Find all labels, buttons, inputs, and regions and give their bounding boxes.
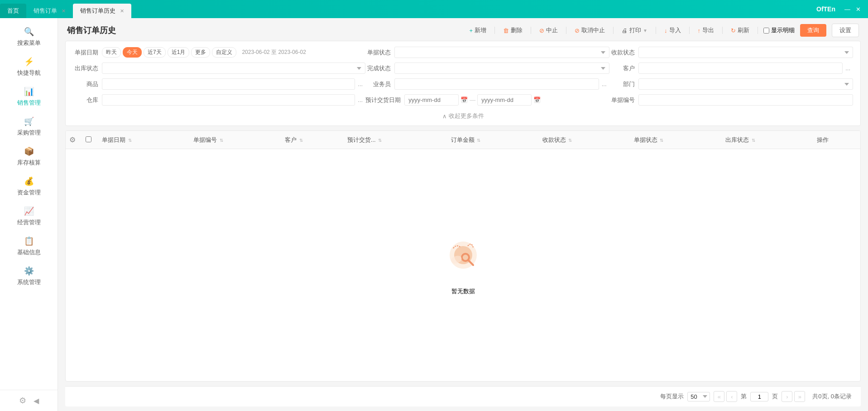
warehouse-label: 仓库 (73, 96, 102, 104)
warehouse-status-select[interactable] (102, 63, 365, 74)
page-nav: « ‹ 第 页 › » (714, 391, 805, 402)
show-detail-wrap: 显示明细 (763, 26, 795, 34)
export-label: 导出 (702, 26, 714, 34)
goods-input[interactable] (102, 78, 355, 90)
filter-bill-status: 单据状态 (365, 47, 609, 58)
salesperson-dots[interactable]: ... (599, 81, 609, 87)
cancel-stop-label: 取消中止 (581, 26, 605, 34)
sidebar-collapse-icon[interactable]: ◀ (34, 396, 39, 405)
divider-1 (494, 27, 495, 34)
toolbar: + 新增 🗑 删除 ⊘ 中止 ⊘ 取消中止 (467, 24, 859, 37)
tab-sales-order-history[interactable]: 销售订单历史 ✕ (73, 4, 131, 18)
col-order-amount: 订单金额 ⇅ (447, 131, 539, 149)
customer-input[interactable] (638, 63, 843, 74)
sort-payment-status-icon[interactable]: ⇅ (568, 138, 572, 143)
bill-status-label: 单据状态 (365, 48, 394, 57)
sidebar-item-quick-nav-label: 快捷导航 (17, 69, 41, 77)
dept-select[interactable] (638, 78, 853, 90)
warehouse-dots[interactable]: ... (355, 97, 365, 103)
table-settings-icon[interactable]: ⚙ (69, 136, 76, 144)
sort-expected-delivery-icon[interactable]: ⇅ (378, 138, 382, 143)
tab-sales-order-close[interactable]: ✕ (62, 8, 66, 14)
sidebar-item-search-menu[interactable]: 🔍 搜索菜单 (0, 22, 58, 52)
goods-dots[interactable]: ... (355, 81, 365, 87)
complete-status-select[interactable] (394, 63, 609, 74)
delete-label: 删除 (511, 26, 523, 34)
per-page-select[interactable]: 10 20 50 100 (687, 392, 710, 401)
sidebar-item-capital-mgmt[interactable]: 💰 资金管理 (0, 171, 58, 201)
prev-page-btn[interactable]: ‹ (726, 391, 737, 402)
filter-delivery-date: 预计交货日期 📅 — 📅 (365, 94, 609, 106)
sort-order-amount-icon[interactable]: ⇅ (477, 138, 480, 143)
refresh-button[interactable]: ↻ 刷新 (728, 24, 752, 36)
warehouse-input[interactable] (102, 94, 355, 106)
date-btn-more[interactable]: 更多 (191, 47, 210, 58)
content-area: 销售订单历史 + 新增 🗑 删除 ⊘ 中止 ⊘ (58, 18, 868, 411)
sidebar-item-system-mgmt[interactable]: ⚙️ 系统管理 (0, 261, 58, 291)
sidebar-item-basic-info[interactable]: 📋 基础信息 (0, 231, 58, 261)
select-all-checkbox[interactable] (86, 136, 91, 142)
delivery-date-start[interactable] (404, 94, 459, 106)
customer-dots[interactable]: ... (843, 65, 853, 72)
tab-sales-order-label: 销售订单 (34, 7, 57, 15)
col-payment-status-label: 收款状态 (542, 136, 566, 143)
next-page-btn[interactable]: › (782, 391, 792, 402)
sidebar-item-quick-nav[interactable]: ⚡ 快捷导航 (0, 52, 58, 82)
date-btn-7days[interactable]: 近7天 (144, 47, 166, 58)
show-detail-checkbox[interactable] (763, 28, 769, 34)
sort-customer-icon[interactable]: ⇅ (299, 138, 303, 143)
first-page-btn[interactable]: « (714, 391, 724, 402)
bill-no-input[interactable] (638, 94, 853, 106)
export-button[interactable]: ↑ 导出 (695, 24, 717, 36)
sort-warehouse-status-icon[interactable]: ⇅ (752, 138, 755, 143)
import-button[interactable]: ↓ 导入 (662, 24, 684, 36)
pagination-bar: 每页显示 10 20 50 100 « ‹ 第 页 › » 共0页, 0条记录 (65, 386, 861, 406)
query-button[interactable]: 查询 (800, 24, 826, 37)
export-icon: ↑ (698, 27, 701, 34)
date-btn-today[interactable]: 今天 (123, 47, 142, 58)
new-button[interactable]: + 新增 (467, 24, 489, 36)
date-btn-custom[interactable]: 自定义 (212, 47, 236, 58)
cancel-stop-button[interactable]: ⊘ 取消中止 (572, 24, 608, 36)
show-detail-label: 显示明细 (771, 26, 795, 34)
search-menu-icon: 🔍 (24, 26, 34, 37)
sidebar-item-sales-mgmt[interactable]: 📊 销售管理 (0, 82, 58, 111)
print-button[interactable]: 🖨 打印 ▼ (619, 24, 650, 36)
col-warehouse-status: 出库状态 ⇅ (722, 131, 813, 149)
filter-complete-status: 完成状态 (365, 63, 609, 74)
tab-home[interactable]: 首页 (0, 4, 26, 18)
collapse-label: 收起更多条件 (449, 112, 484, 120)
stop-button[interactable]: ⊘ 中止 (537, 24, 561, 36)
sort-bill-status-icon[interactable]: ⇅ (660, 138, 663, 143)
sidebar-item-operations-mgmt[interactable]: 📈 经营管理 (0, 201, 58, 231)
sidebar-item-purchase-mgmt[interactable]: 🛒 采购管理 (0, 111, 58, 141)
calendar-start-icon[interactable]: 📅 (460, 97, 468, 103)
last-page-btn[interactable]: » (794, 391, 805, 402)
sort-bill-no-icon[interactable]: ⇅ (220, 138, 223, 143)
delivery-date-end[interactable] (477, 94, 532, 106)
chevron-up-icon: ∧ (442, 113, 447, 120)
salesperson-input[interactable] (394, 78, 599, 90)
sidebar-settings-icon[interactable]: ⚙ (19, 396, 26, 406)
close-btn[interactable]: ✕ (856, 6, 861, 13)
delete-button[interactable]: 🗑 删除 (500, 24, 525, 36)
col-order-amount-label: 订单金额 (451, 136, 475, 143)
settings-label: 设置 (839, 27, 851, 34)
sort-bill-date-icon[interactable]: ⇅ (128, 138, 132, 143)
top-bar-right: OfTEn — ✕ (809, 5, 868, 13)
page-input[interactable] (750, 392, 768, 401)
bill-status-select[interactable] (394, 47, 609, 58)
col-customer-label: 客户 (285, 136, 297, 143)
tab-sales-order-history-close[interactable]: ✕ (120, 8, 124, 14)
date-btn-yesterday[interactable]: 昨天 (102, 47, 121, 58)
settings-button[interactable]: 设置 (832, 24, 859, 37)
bill-no-label: 单据编号 (609, 96, 638, 104)
minimize-btn[interactable]: — (844, 6, 850, 13)
collapse-link[interactable]: ∧ 收起更多条件 (73, 110, 853, 120)
tab-sales-order[interactable]: 销售订单 ✕ (26, 4, 73, 18)
payment-status-select[interactable] (638, 47, 853, 58)
calendar-end-icon[interactable]: 📅 (533, 97, 541, 103)
sidebar-item-inventory-check[interactable]: 📦 库存核算 (0, 141, 58, 171)
date-btn-1month[interactable]: 近1月 (168, 47, 190, 58)
filter-row-3: 商品 ... 业务员 ... 部门 (73, 78, 853, 90)
